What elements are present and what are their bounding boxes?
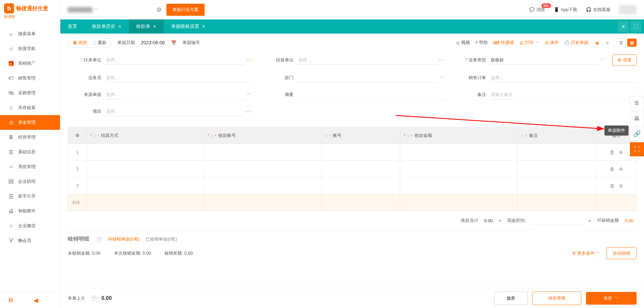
settle-unit-more-icon[interactable]: ··· [439,58,444,63]
avatar[interactable] [619,5,637,14]
gear-icon[interactable]: ⚙ [156,6,162,13]
summary-line: 收款合计 0.00 + 现金折扣: = 可核销金额 0.00 [60,211,644,230]
sidebar-item-6[interactable]: ⊙资金管理 [0,115,60,130]
help-icon[interactable]: ? [97,237,102,242]
summary-input[interactable] [297,90,444,99]
form-panel: 往来单位 ··· 结算单位 ··· 业务类型 ﹀ ⚙设置 [60,51,644,127]
radio-refund[interactable]: 退款 [92,40,106,46]
customer-more-icon[interactable]: ··· [246,58,252,63]
chevron-down-icon: ﹀ [95,7,99,12]
close-icon[interactable]: ✕ [153,24,156,29]
project-input[interactable] [105,107,244,116]
sidebar-item-14[interactable]: V畅会员 [0,233,60,248]
tab-1[interactable]: 收款单历史✕ [85,19,129,34]
sidebar-item-0[interactable]: ⌕搜索菜单 [0,27,60,41]
biztype-input[interactable] [489,55,598,65]
viewmode-list-icon[interactable]: ☰ [616,39,626,47]
salesman-input[interactable] [105,73,252,83]
table-row[interactable]: 2🗑⊕ [68,161,637,177]
print-action[interactable]: 🖨打印﹀ [519,40,539,46]
help-icon[interactable]: ? [91,296,97,301]
auto-verify-button[interactable]: 自动核销 [606,247,637,259]
chevron-down-icon[interactable]: ﹀ [247,92,252,98]
support-link[interactable]: 🎧 在线客服 [586,7,610,13]
more-conditions-link[interactable]: ⚗更多条件﹀ [572,250,600,256]
help-icon: ? [475,40,478,45]
sidebar-item-4[interactable]: 🛍采购管理 [0,86,60,100]
menu-icon: 回 [8,178,14,185]
table-row[interactable]: 1🗑⊕ [68,144,637,161]
discard-button[interactable]: 放弃 [494,292,528,305]
fullscreen-icon[interactable]: ⛶ [631,21,641,32]
remark-input[interactable] [489,90,637,99]
rail-attach-icon[interactable]: 🔗 [630,127,644,141]
sidebar-item-11[interactable]: ☰新手引导 [0,189,60,204]
prev-doc-icon[interactable]: ◀ [594,40,600,45]
messages-link[interactable]: 💬 消息 99+ [529,7,545,13]
footer-bar: 本单上欠 ? 0.00 放弃 保存草稿 保存﹀ [60,288,644,308]
sidebar-item-13[interactable]: ○企业微信 [0,218,60,233]
collapse-icon[interactable]: ◀ [34,297,38,304]
close-icon[interactable]: ✕ [118,24,121,29]
delete-icon[interactable]: 🗑 [610,166,615,172]
sidebar-item-10[interactable]: 回企业协同 [0,174,60,189]
tab-2[interactable]: 收款单✕ [129,19,164,34]
tab-3[interactable]: 单据模板设置✕ [164,19,213,34]
app-download-link[interactable]: 📱 App下载 [554,7,577,13]
chevron-down-icon[interactable]: ﹀ [439,75,444,81]
gear-icon[interactable]: ⚙ [75,133,79,138]
dept-input[interactable] [297,73,437,83]
save-draft-button[interactable]: 保存草稿 [532,292,581,305]
video-action[interactable]: ⊙视频 [456,40,470,46]
saleorder-input[interactable] [489,73,637,83]
play-icon: ⊙ [456,40,460,45]
settings-icon[interactable]: ⚙ [8,297,13,304]
delete-icon[interactable]: 🗑 [610,149,615,155]
sidebar-item-1[interactable]: ⌂快捷导航 [0,41,60,56]
close-all-tabs-icon[interactable]: ✕ [618,21,629,32]
gear-icon: ⚙ [617,58,621,63]
viewmode-form-icon[interactable]: ▦ [627,39,637,47]
sidebar-item-8[interactable]: ☰基础信息 [0,145,60,159]
project-label: 项目 [68,108,101,114]
tab-done[interactable]: 已核销单据(0笔) [146,236,177,242]
radio-receive[interactable]: 收款 [73,40,87,46]
table-row[interactable]: 3🗑⊕ [68,177,637,194]
doc-date-value[interactable]: 2023-06-06 [141,40,165,45]
cta-button[interactable]: 体验行业方案 [166,4,205,16]
add-icon[interactable]: ⊕ [619,149,623,155]
settle-unit-input[interactable] [297,55,436,65]
shortcut-action[interactable]: ⌨快捷键 [493,40,514,46]
customer-input[interactable] [105,55,244,65]
sidebar-item-5[interactable]: ⌂库存核算 [0,100,60,115]
operate-action[interactable]: ☰操作 [545,40,559,46]
srcdoc-input[interactable] [105,90,245,99]
right-rail: 🗎 🖶 🔗 ⛶ 单据附件 [630,96,644,156]
calendar-icon[interactable]: 📅 [171,40,176,45]
settings-button[interactable]: ⚙设置 [612,54,637,66]
sidebar-item-12[interactable]: 🖨智能硬件 [0,204,60,218]
project-more-icon[interactable]: ··· [246,109,252,114]
discount-input[interactable] [532,216,582,224]
history-action[interactable]: 🕘历史单据 [564,40,588,46]
delete-icon[interactable]: 🗑 [610,183,615,189]
sidebar-item-label: 采购管理 [18,90,36,96]
chevron-down-icon[interactable]: ﹀ [600,57,605,63]
rail-print-icon[interactable]: 🖶 [630,111,644,125]
sidebar-item-3[interactable]: 🏷销售管理 [0,71,60,86]
saleorder-label: 销售订单 [452,75,486,81]
tab-0[interactable]: 首页 [60,19,85,34]
rail-expand-icon[interactable]: ⛶ [630,142,644,156]
help-action[interactable]: ?帮助 [475,40,488,46]
add-icon[interactable]: ⊕ [619,166,623,172]
add-icon[interactable]: ⊕ [619,183,623,189]
sidebar-item-2[interactable]: 🎁营销推广 [0,56,60,71]
sidebar-item-9[interactable]: ○系统管理 [0,159,60,174]
tab-pending[interactable]: 待核销单据(0笔) [108,236,140,242]
next-doc-icon[interactable]: ▶ [605,40,611,45]
rail-draft-icon[interactable]: 🗎 [630,96,644,110]
sidebar-item-7[interactable]: 🗎经营管理 [0,130,60,145]
close-icon[interactable]: ✕ [202,24,205,29]
save-button[interactable]: 保存﹀ [586,292,637,305]
org-selector[interactable]: ████████ ﹀ [68,7,152,12]
